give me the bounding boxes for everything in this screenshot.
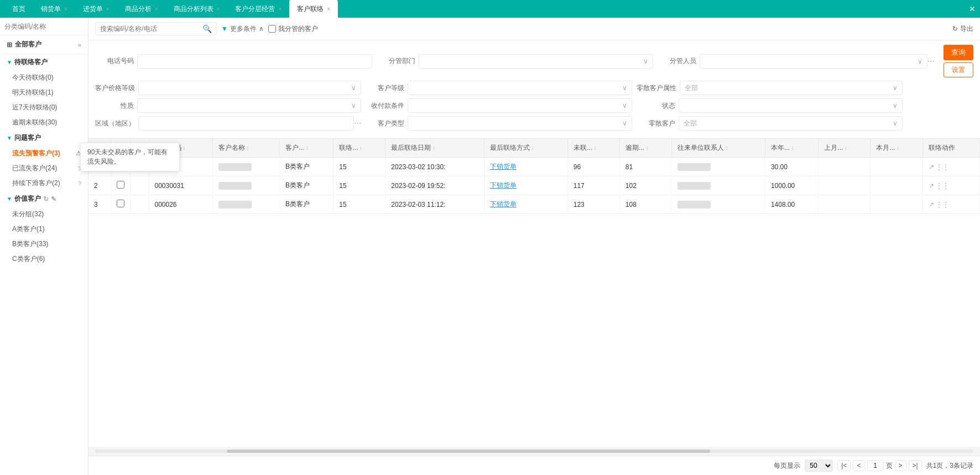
tab-customer-contact[interactable]: 客户联络 ×	[289, 0, 338, 18]
filter-nature-label: 性质	[95, 101, 134, 111]
export-button[interactable]: ↻ 导出	[952, 24, 973, 34]
tab-customer-contact-close[interactable]: ×	[327, 6, 330, 12]
sidebar-search-input[interactable]	[4, 23, 87, 30]
my-customers-checkbox-label: 我分管的客户	[268, 24, 318, 34]
sidebar-item-class-a[interactable]: A类客户(1)	[0, 222, 88, 237]
row-checkbox[interactable]	[117, 181, 124, 189]
next-page-button[interactable]: >	[895, 460, 906, 471]
last-page-button[interactable]: >|	[909, 460, 922, 471]
tab-home[interactable]: 首页	[4, 0, 33, 18]
filter-customer-level-label: 客户等级	[366, 83, 404, 93]
cell-level: B类客户	[279, 176, 333, 195]
sidebar-item-tomorrow[interactable]: 明天待联络(1)	[0, 85, 88, 100]
page-nav: |< < 1 页 > >|	[837, 460, 921, 471]
group-value-label: 价值客户	[14, 194, 41, 203]
tab-sales[interactable]: 销货单 ×	[33, 0, 75, 18]
cell-settings	[130, 195, 149, 214]
filter-retail-attr-label: 零散客户属性	[637, 83, 676, 93]
close-all-button[interactable]: ✕	[969, 4, 976, 13]
filter-region-input[interactable]	[138, 116, 354, 131]
more-button-1[interactable]: ···	[927, 57, 935, 66]
filter-price-level-select[interactable]: ∨	[138, 81, 361, 95]
col-last-month[interactable]: 上月...	[819, 139, 870, 158]
scrollbar-thumb[interactable]	[227, 450, 710, 453]
filter-phone-input[interactable]	[137, 54, 372, 69]
filter-customer-type-select[interactable]: ∨	[408, 116, 632, 131]
contact-method-link[interactable]: 下销货单	[490, 163, 517, 170]
sidebar-item-ungrouped[interactable]: 未分组(32)	[0, 207, 88, 222]
tab-customer-segment[interactable]: 客户分层经营 ×	[227, 0, 289, 18]
filter-payment-select[interactable]: ∨	[408, 98, 632, 113]
prev-page-button[interactable]: <	[853, 460, 864, 471]
filter-payment-label: 收付款条件	[366, 101, 404, 111]
sidebar-item-overdue[interactable]: 逾期未联络(30)	[0, 115, 88, 130]
row-checkbox[interactable]	[117, 200, 124, 207]
sidebar-item-declining[interactable]: 持续下滑客户(2) ?	[0, 176, 88, 191]
filter-status-select[interactable]: ∨	[679, 98, 903, 113]
tab-product-analysis-close[interactable]: ×	[155, 6, 158, 12]
first-page-button[interactable]: |<	[837, 460, 851, 471]
action-icons[interactable]: ↗ ⋮⋮	[929, 182, 949, 190]
scrollbar-track[interactable]	[95, 450, 973, 453]
filter-person-select[interactable]: ∨	[700, 54, 927, 69]
filter-customer-level-select[interactable]: ∨	[408, 81, 632, 95]
sidebar-all-customers[interactable]: ⊞ 全部客户 «	[0, 35, 88, 54]
col-last-contact-date[interactable]: 最后联络日期	[385, 139, 484, 158]
filter-nature-select[interactable]: ∨	[137, 98, 361, 113]
filter-retail-attr: 零散客户属性 全部 ∨	[637, 81, 903, 95]
tab-product-analysis[interactable]: 商品分析 ×	[117, 0, 166, 18]
contact-method-link[interactable]: 下销货单	[490, 200, 517, 208]
sidebar-item-churn-warning[interactable]: 流失预警客户(3) ⚠	[0, 146, 88, 161]
refresh-icon[interactable]: ↻	[43, 195, 49, 203]
blurred-contact	[677, 201, 711, 208]
col-this-month[interactable]: 本月...	[870, 139, 922, 158]
grid-icon: ⊞	[7, 41, 12, 49]
cell-last-contact-date: 2023-02-09 19:52:	[385, 176, 484, 195]
filter-retail-attr-select[interactable]: 全部 ∨	[680, 81, 903, 95]
chevron-price-icon: ∨	[351, 84, 356, 92]
tab-purchase[interactable]: 进货单 ×	[75, 0, 117, 18]
sidebar-item-7days[interactable]: 近7天待联络(0)	[0, 100, 88, 115]
col-this-year[interactable]: 本年...	[765, 139, 818, 158]
sidebar-item-class-b[interactable]: B类客户(33)	[0, 237, 88, 252]
more-button-region[interactable]: ···	[354, 119, 361, 128]
sidebar-group-problem-title[interactable]: ▼ 问题客户	[0, 130, 88, 146]
search-input[interactable]	[100, 25, 202, 33]
sidebar-group-value-title[interactable]: ▼ 价值客户 ↻ ✎	[0, 191, 88, 207]
query-button[interactable]: 查询	[943, 45, 973, 60]
sidebar-item-today[interactable]: 今天待联络(0)	[0, 70, 88, 85]
my-customers-checkbox[interactable]	[268, 25, 276, 33]
filter-icon: ▼	[221, 25, 228, 33]
table-row: 1 000011 B类客户 15 2023-03-02 10:30: 下销货单 …	[88, 158, 980, 176]
col-unit-contact[interactable]: 往来单位联系人	[671, 139, 765, 158]
tab-product-list[interactable]: 商品分析列表 ×	[166, 0, 228, 18]
all-customers-label: 全部客户	[15, 40, 41, 49]
tab-product-list-close[interactable]: ×	[217, 6, 220, 12]
cell-action: ↗ ⋮⋮	[922, 176, 979, 195]
col-contact[interactable]: 联络...	[333, 139, 385, 158]
page-size-select[interactable]: 50 20 100	[805, 460, 833, 472]
sidebar-item-churned[interactable]: 已流失客户(24) ?	[0, 161, 88, 176]
settings-button[interactable]: 设置	[943, 62, 973, 77]
tab-customer-segment-close[interactable]: ×	[278, 6, 282, 12]
col-name[interactable]: 客户名称	[212, 139, 279, 158]
edit-icon[interactable]: ✎	[51, 195, 56, 203]
col-last-contact-method[interactable]: 最后联络方式	[484, 139, 567, 158]
main-layout: 🔍 ⊞ 全部客户 « ▼ 待联络客户 今天待联络(0) 明天待联络(1) 近7天…	[0, 18, 980, 475]
sidebar-group-pending-title[interactable]: ▼ 待联络客户	[0, 54, 88, 70]
action-icons[interactable]: ↗ ⋮⋮	[929, 163, 949, 171]
filter-retail-customer-select[interactable]: 全部 ∨	[679, 116, 903, 131]
col-level[interactable]: 客户...	[279, 139, 333, 158]
sidebar-item-class-c[interactable]: C类客户(6)	[0, 252, 88, 267]
col-overdue[interactable]: 逾期...	[619, 139, 671, 158]
cell-uncontacted: 96	[567, 158, 619, 176]
contact-method-link[interactable]: 下销货单	[490, 181, 517, 189]
action-icons[interactable]: ↗ ⋮⋮	[929, 201, 949, 208]
search-button[interactable]: 🔍	[202, 24, 212, 33]
filter-dept-select[interactable]: ∨	[419, 54, 654, 69]
more-filter-button[interactable]: ▼ 更多条件 ∧	[221, 24, 264, 34]
sidebar-group-pending: ▼ 待联络客户 今天待联络(0) 明天待联络(1) 近7天待联络(0) 逾期未联…	[0, 54, 88, 130]
tab-purchase-close[interactable]: ×	[106, 6, 110, 12]
tab-sales-close[interactable]: ×	[64, 6, 67, 12]
col-uncontacted[interactable]: 未联...	[567, 139, 619, 158]
